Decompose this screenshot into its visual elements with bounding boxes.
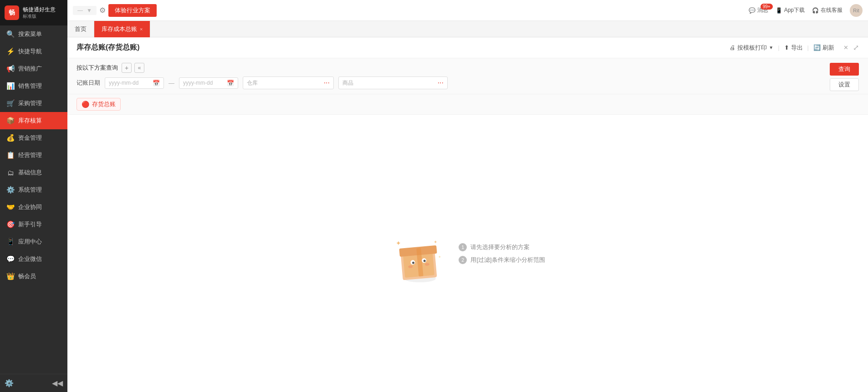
app-download-btn[interactable]: 📱 App下载 — [776, 6, 805, 14]
warehouse-select[interactable]: 仓库 ··· — [243, 76, 334, 89]
sidebar-item-member[interactable]: 👑 畅会员 — [0, 268, 67, 285]
inventory-icon: 📦 — [6, 117, 15, 125]
sidebar-item-operations[interactable]: 📋 经营管理 — [0, 147, 67, 164]
avatar[interactable]: Rit — [850, 4, 863, 17]
search-icon: 🔍 — [6, 30, 15, 38]
settings-bottom-icon[interactable]: ⚙️ — [5, 379, 14, 387]
sidebar-item-purchase[interactable]: 🛒 采购管理 — [0, 95, 67, 112]
print-btn[interactable]: 🖨 按模板打印 ▼ — [730, 44, 773, 52]
topbar-left: — ▼ ⚙ 体验行业方案 — [73, 4, 745, 17]
empty-hint-2: 2 用[过滤]条件来缩小分析范围 — [459, 256, 545, 264]
sidebar-item-inventory[interactable]: 📦 库存核算 — [0, 112, 67, 129]
main-area: — ▼ ⚙ 体验行业方案 💬 消息 99+ 📱 App下载 🎧 在线客服 Rit — [67, 0, 868, 392]
sidebar-item-marketing[interactable]: 📢 营销推广 — [0, 60, 67, 77]
wechat-icon: 💬 — [6, 255, 15, 263]
page-title: 库存总账(存货总账) — [77, 43, 140, 52]
topbar: — ▼ ⚙ 体验行业方案 💬 消息 99+ 📱 App下载 🎧 在线客服 Rit — [67, 0, 868, 21]
refresh-btn[interactable]: 🔄 刷新 — [813, 44, 834, 52]
sidebar-item-guide[interactable]: 🎯 新手引导 — [0, 216, 67, 233]
export-btn[interactable]: ⬆ 导出 — [784, 44, 803, 52]
sidebar-item-system[interactable]: ⚙️ 系统管理 — [0, 181, 67, 199]
collapse-sidebar-icon[interactable]: ◀◀ — [52, 379, 63, 387]
enterprise-icon: 🤝 — [6, 203, 15, 211]
query-btn[interactable]: 查询 — [830, 63, 859, 76]
svg-text:✦: ✦ — [396, 239, 401, 247]
date-to-input[interactable]: yyyy-mm-dd 📅 — [179, 77, 238, 89]
sidebar-item-appstore[interactable]: 📱 应用中心 — [0, 233, 67, 250]
sidebar-bottom: ⚙️ ◀◀ — [0, 374, 67, 392]
empty-text: 1 请先选择要分析的方案 2 用[过滤]条件来缩小分析范围 — [459, 243, 545, 264]
member-icon: 👑 — [6, 272, 15, 280]
page-content: 库存总账(存货总账) 🖨 按模板打印 ▼ | ⬆ 导出 | 🔄 刷新 — [67, 37, 868, 392]
purchase-icon: 🛒 — [6, 99, 15, 107]
date-field-label: 记账日期 — [77, 79, 100, 87]
tab-inventory-ledger[interactable]: 库存成本总账 × — [94, 21, 150, 37]
page-header-actions: 🖨 按模板打印 ▼ | ⬆ 导出 | 🔄 刷新 ✕ ⤢ — [730, 43, 859, 52]
page-header: 库存总账(存货总账) 🖨 按模板打印 ▼ | ⬆ 导出 | 🔄 刷新 — [67, 37, 868, 58]
quicknav-icon: ⚡ — [6, 47, 15, 56]
filter-area: 按以下方案查询 + « 记账日期 yyyy-mm-dd 📅 — yyyy-mm-… — [67, 58, 868, 94]
svg-text:✦: ✦ — [434, 239, 437, 244]
print-icon: 🖨 — [730, 44, 735, 51]
scheme-list: 🔴 存货总账 — [67, 94, 868, 115]
empty-illustration: ✦ ✦ ✦ — [390, 226, 449, 285]
sales-icon: 📊 — [6, 82, 15, 90]
calendar-to-icon[interactable]: 📅 — [227, 80, 234, 87]
breadcrumb[interactable]: — ▼ — [73, 6, 97, 15]
guide-icon: 🎯 — [6, 220, 15, 229]
more-warehouse-icon: ··· — [324, 79, 330, 87]
settings-btn[interactable]: 设置 — [830, 78, 859, 91]
sidebar-logo: 畅 畅捷通好生意 标准版 — [0, 0, 67, 25]
date-dash: — — [168, 80, 174, 87]
calendar-from-icon[interactable]: 📅 — [153, 80, 160, 87]
trial-btn[interactable]: 体验行业方案 — [108, 4, 157, 17]
sidebar-item-finance[interactable]: 💰 资金管理 — [0, 129, 67, 147]
sidebar-item-basic[interactable]: 🗂 基础信息 — [0, 164, 67, 181]
step-1-num: 1 — [459, 243, 467, 251]
sidebar-item-quicknav[interactable]: ⚡ 快捷导航 — [0, 43, 67, 60]
empty-state: ✦ ✦ ✦ 1 请先选择要分析的方案 2 用[过滤]条件来缩小分析范围 — [67, 115, 868, 392]
tab-close-icon[interactable]: × — [140, 26, 143, 32]
filter-collapse-btn[interactable]: « — [134, 63, 144, 73]
sidebar-item-enterprise[interactable]: 🤝 企业协同 — [0, 199, 67, 216]
filter-right-btns: 查询 设置 — [830, 63, 859, 91]
step-2-num: 2 — [459, 256, 467, 264]
scheme-icon: 🔴 — [82, 101, 89, 108]
logo-text: 畅捷通好生意 标准版 — [23, 6, 56, 20]
chevron-down-icon: ▼ — [769, 45, 773, 50]
appstore-icon: 📱 — [6, 238, 15, 246]
system-icon: ⚙️ — [6, 186, 15, 194]
message-btn[interactable]: 💬 消息 99+ — [749, 6, 768, 14]
filter-label: 按以下方案查询 — [77, 64, 118, 72]
sidebar-item-search[interactable]: 🔍 搜索菜单 — [0, 25, 67, 43]
logo-icon: 畅 — [5, 5, 19, 20]
scheme-tag[interactable]: 🔴 存货总账 — [77, 98, 121, 111]
product-select[interactable]: 商品 ··· — [338, 76, 448, 89]
panel-close-icon[interactable]: ✕ — [843, 44, 848, 51]
sidebar-item-wechat[interactable]: 💬 企业微信 — [0, 250, 67, 268]
tabs-bar: 首页 库存成本总账 × — [67, 21, 868, 37]
topbar-settings-icon[interactable]: ⚙ — [99, 6, 106, 15]
filter-row: 记账日期 yyyy-mm-dd 📅 — yyyy-mm-dd 📅 仓库 ··· — [77, 76, 859, 89]
filter-actions: + « — [122, 63, 144, 73]
empty-hint-1: 1 请先选择要分析的方案 — [459, 243, 545, 251]
finance-icon: 💰 — [6, 134, 15, 142]
marketing-icon: 📢 — [6, 65, 15, 73]
refresh-icon: 🔄 — [813, 44, 821, 51]
topbar-right: 💬 消息 99+ 📱 App下载 🎧 在线客服 Rit — [749, 4, 863, 17]
more-product-icon: ··· — [438, 79, 444, 87]
sidebar: 畅 畅捷通好生意 标准版 🔍 搜索菜单 ⚡ 快捷导航 📢 营销推广 📊 销售管理… — [0, 0, 67, 392]
operations-icon: 📋 — [6, 151, 15, 159]
sidebar-item-sales[interactable]: 📊 销售管理 — [0, 77, 67, 95]
export-icon: ⬆ — [784, 44, 789, 51]
date-from-input[interactable]: yyyy-mm-dd 📅 — [105, 77, 164, 89]
filter-add-btn[interactable]: + — [122, 63, 132, 73]
online-service-btn[interactable]: 🎧 在线客服 — [812, 6, 842, 14]
empty-image: ✦ ✦ ✦ — [390, 226, 445, 281]
tab-home[interactable]: 首页 — [67, 21, 94, 37]
panel-resize-icon[interactable]: ⤢ — [853, 43, 859, 52]
basic-icon: 🗂 — [6, 169, 15, 177]
svg-text:✦: ✦ — [438, 255, 441, 259]
